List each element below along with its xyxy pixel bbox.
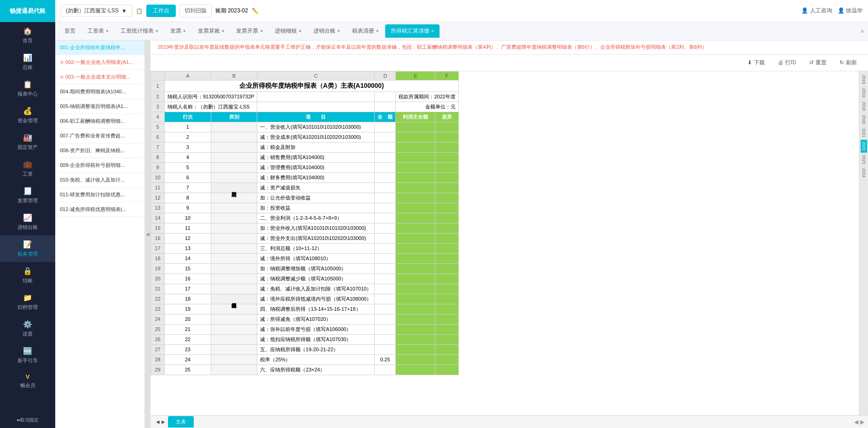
left-panel-item-005[interactable]: 005-纳税调整项目明细表(A1... — [55, 99, 145, 114]
tab-invoice-close[interactable]: × — [183, 29, 186, 34]
left-panel-item-010[interactable]: 010-免税、减计收入及加计... — [55, 173, 145, 188]
avatar[interactable]: 👤 徐温华 — [838, 7, 862, 15]
table-row: 3 纳税人名称：（勿删）江西服宝-LSS 金额单位：元 — [151, 102, 459, 112]
left-panel-item-004[interactable]: 004-期间费用明细表(A1040... — [55, 85, 145, 99]
sidebar-item-closing[interactable]: 🔒 结账 — [0, 262, 55, 289]
year-2016[interactable]: 2016 — [861, 86, 867, 99]
sidebar-item-ledger[interactable]: 📊 总账 — [0, 49, 55, 75]
unit-label: 金额单位：元 — [396, 102, 458, 112]
col-header-c: C — [257, 71, 375, 80]
user-service-button[interactable]: 👤 人工咨询 — [801, 7, 832, 15]
sidebar-unpin-button[interactable]: ⬅取消固定 — [0, 412, 55, 428]
tab-sales-audit[interactable]: 进销稽核 × — [269, 24, 307, 38]
sidebar-item-member[interactable]: V 畅会员 — [0, 369, 55, 394]
copy-icon[interactable]: 📋 — [136, 8, 143, 14]
sidebar-item-report[interactable]: 📋 报表中心 — [0, 75, 55, 102]
left-panel-item-011[interactable]: 011-研发费用加计扣除优惠... — [55, 188, 145, 202]
left-panel-item-002[interactable]: ⊙ 002-一般企业收入明细表(A1... — [55, 55, 145, 70]
tab-sales-ledger[interactable]: 进销台账 × — [308, 24, 346, 38]
nav-prev[interactable]: ◀ — [156, 419, 160, 424]
year-2024[interactable]: 2024 — [861, 166, 867, 179]
sidebar-item-fund[interactable]: 💰 资金管理 — [0, 102, 55, 129]
year-2023[interactable]: 2023 — [861, 153, 867, 166]
year-2022[interactable]: 2022 — [861, 140, 867, 153]
sidebar-item-member-label: 畅会员 — [20, 382, 35, 389]
tax-icon: 📝 — [23, 240, 32, 249]
table-row: 2521减：弥补以前年度亏损（填写A106000） — [151, 324, 459, 334]
sidebar-item-salary[interactable]: 💼 工资 — [0, 155, 55, 182]
table-row: 73减：税金及附加 — [151, 142, 459, 152]
company-selector[interactable]: (勿删）江西服宝-LSS ▼ — [61, 5, 132, 17]
tab-tax-list-close[interactable]: × — [376, 29, 379, 34]
col-header-quane: 全 额 — [375, 112, 396, 122]
sidebar-item-guide-label: 新手引导 — [17, 357, 38, 364]
table-row: 2016减：纳税调整减少额（填写A105000） — [151, 274, 459, 284]
left-panel-item-006[interactable]: 006-职工薪酬纳税调整明细... — [55, 114, 145, 129]
collapse-handle[interactable]: ◀ — [145, 40, 150, 428]
edit-icon[interactable]: ✏️ — [252, 8, 259, 14]
tab-sales-ledger-close[interactable]: × — [337, 29, 340, 34]
left-panel-item-012[interactable]: 012-减免所得税优惠明细表(... — [55, 202, 145, 217]
report-icon: 📋 — [23, 80, 32, 89]
left-panel-item-007[interactable]: 007-广告费和业务宣传费超... — [55, 129, 145, 143]
sidebar-item-home[interactable]: 🏠 首页 — [0, 22, 55, 49]
nav-next[interactable]: ▶ — [162, 419, 165, 424]
table-row: 2622减：抵扣应纳税所得额（填写A107030） — [151, 334, 459, 344]
scroll-left-icon[interactable]: ◀ — [854, 419, 858, 425]
tab-tax-calc[interactable]: 所得税汇算清缴 × — [385, 24, 440, 38]
print-button[interactable]: 🖨 打印 — [774, 57, 800, 68]
sidebar-item-invoice[interactable]: 🧾 发票管理 — [0, 182, 55, 209]
tab-invoice-open-label: 发票开票 — [236, 27, 258, 35]
tab-close-all[interactable]: × — [861, 28, 864, 35]
spreadsheet-main[interactable]: A B C D E F — [150, 71, 859, 415]
tab-invoice-calc-close[interactable]: × — [222, 29, 225, 34]
topbar-right: 👤 人工咨询 👤 徐温华 — [801, 7, 862, 15]
tab-invoice-calc[interactable]: 发票算账 × — [192, 24, 230, 38]
company-name: (勿删）江西服宝-LSS — [66, 7, 119, 15]
scroll-right-icon[interactable]: ▶ — [860, 419, 864, 425]
year-2020[interactable]: 2020 — [861, 113, 867, 126]
tab-tax-list[interactable]: 税表清册 × — [347, 24, 384, 38]
tab-salary-report-close[interactable]: × — [156, 29, 158, 34]
year-2018[interactable]: 2018 — [861, 100, 867, 113]
left-panel-item-008[interactable]: 008-资产折旧、摊销及纳税... — [55, 143, 145, 158]
tab-home[interactable]: 首页 — [59, 24, 81, 38]
sidebar-item-ledger-label: 总账 — [23, 64, 33, 71]
tab-invoice-open[interactable]: 发票开票 × — [231, 24, 268, 38]
tab-salary[interactable]: 工资表 × — [82, 24, 114, 38]
tab-tax-calc-close[interactable]: × — [431, 29, 434, 34]
year-2019[interactable]: 2019 — [861, 73, 867, 86]
sidebar-item-sales[interactable]: 📈 进销台账 — [0, 209, 55, 235]
left-panel-item-003[interactable]: ⊙ 003-一般企业成本支出明细... — [55, 70, 145, 85]
sidebar-item-tax[interactable]: 📝 税务管理 — [0, 235, 55, 262]
left-panel-item-001[interactable]: 001-企业所得税年度纳税申... — [55, 40, 145, 55]
sidebar-item-archive[interactable]: 📁 归档管理 — [0, 289, 55, 315]
table-row: 106减：财务费用(填写A104000) — [151, 172, 459, 183]
tab-tax-calc-label: 所得税汇算清缴 — [391, 27, 429, 35]
table-row: 1 企业所得税年度纳税申报表（A类）主表(A100000) — [151, 80, 459, 91]
sidebar-item-guide[interactable]: 🆕 新手引导 — [0, 342, 55, 369]
reset-button[interactable]: ↺ 重置 — [805, 57, 830, 68]
tab-invoice[interactable]: 发票 × — [165, 24, 191, 38]
table-row: 1612减：营业外支出(填写A102010\102020\103000) — [151, 233, 459, 243]
download-button[interactable]: ⬇ 下载 — [744, 57, 769, 68]
sheet-tab-main[interactable]: 主表 — [168, 416, 194, 428]
sidebar-item-settings-label: 设置 — [23, 331, 33, 337]
sidebar-item-fund-label: 资金管理 — [17, 117, 38, 124]
switch-view-button[interactable]: 切到旧版 — [179, 4, 212, 17]
sidebar-item-assets[interactable]: 🏭 固定资产 — [0, 129, 55, 155]
tab-salary-report[interactable]: 工资统计报表 × — [115, 24, 164, 38]
refresh-icon: ↻ — [839, 59, 844, 66]
sidebar-item-settings[interactable]: ⚙️ 设置 — [0, 315, 55, 342]
left-panel-item-009[interactable]: 009-企业所得税补亏损明细... — [55, 158, 145, 173]
tab-sales-audit-close[interactable]: × — [299, 29, 301, 34]
ledger-icon: 📊 — [23, 53, 32, 62]
tab-invoice-open-close[interactable]: × — [260, 29, 263, 34]
tab-salary-close[interactable]: × — [106, 29, 109, 34]
invoice-icon: 🧾 — [23, 187, 32, 195]
table-row: 2420减：所得减免（填写A107020） — [151, 314, 459, 324]
refresh-button[interactable]: ↻ 刷新 — [836, 57, 861, 68]
table-row: 117利润总额计算减：资产减值损失 — [151, 183, 459, 193]
workbench-button[interactable]: 工作台 — [146, 5, 176, 17]
year-2021[interactable]: 2021 — [861, 126, 867, 139]
